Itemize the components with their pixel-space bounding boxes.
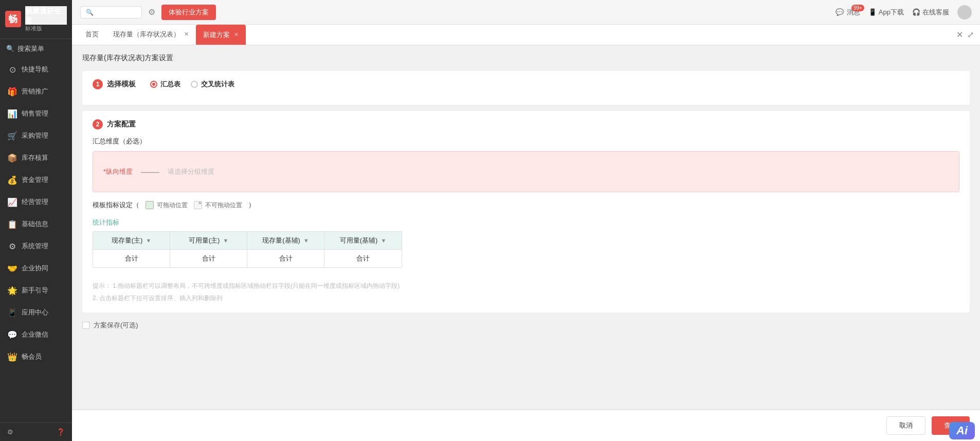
draggable-legend-box: [146, 201, 154, 209]
phone-icon: 📱: [868, 8, 877, 16]
sidebar-item-operations[interactable]: 📈 经营管理: [0, 191, 72, 213]
step2-title: 2 方案配置: [93, 119, 959, 130]
col-data-3: 合计: [324, 250, 402, 267]
chevron-down-icon-2: ▼: [303, 237, 309, 244]
purchase-icon: 🛒: [7, 131, 17, 141]
ai-badge[interactable]: Ai: [949, 422, 975, 439]
quick-nav-icon: ⊙: [7, 65, 17, 75]
message-button[interactable]: 💬 消息 99+: [836, 8, 860, 17]
chevron-down-icon-3: ▼: [380, 237, 386, 244]
legend-fixed: ✕ 不可拖动位置: [194, 201, 242, 210]
sidebar: 畅 畅康通好生意 标准版 🔍 搜索菜单 ⊙ 快捷导航 🎁 营销推广 📊 销售管理…: [0, 0, 72, 441]
sidebar-footer: ⚙ ❓: [0, 422, 72, 441]
hint-2: 2. 点击标题栏下拉可设置排序、插入列和删除列: [93, 292, 959, 304]
sidebar-item-finance[interactable]: 💰 资金管理: [0, 169, 72, 191]
save-row: 方案保存(可选): [82, 321, 970, 330]
page-title: 现存量(库存状况表)方案设置: [82, 53, 970, 63]
tabs-bar: 首页 现存量（库存状况表） ✕ 新建方案 ✕ ✕ ⤢: [72, 25, 980, 45]
topbar-search[interactable]: 🔍: [80, 6, 142, 19]
wechat-icon: 💬: [7, 330, 17, 340]
radio-summary[interactable]: 汇总表: [150, 80, 180, 89]
tab-new-plan-close-icon[interactable]: ✕: [234, 31, 239, 38]
dimension-placeholder: 请选择分组维度: [168, 167, 214, 176]
sidebar-item-wechat[interactable]: 💬 企业微信: [0, 324, 72, 346]
step1-section: 1 选择模板 汇总表 交叉统计表: [82, 71, 970, 105]
marketing-icon: 🎁: [7, 87, 17, 97]
sidebar-search[interactable]: 🔍 搜索菜单: [0, 39, 72, 59]
save-checkbox[interactable]: [82, 322, 89, 329]
sidebar-item-cooperation[interactable]: 🤝 企业协同: [0, 258, 72, 280]
inventory-icon: 📦: [7, 153, 17, 163]
sidebar-item-system[interactable]: ⚙ 系统管理: [0, 235, 72, 258]
col-header-2[interactable]: 现存量(基辅) ▼: [247, 232, 324, 249]
step2-section: 2 方案配置 汇总维度（必选） *纵向维度 —— 请选择分组维度 模板指标设定（…: [82, 111, 970, 313]
app-logo-text: 畅康通好生意 标准版: [25, 6, 67, 32]
main-area: 🔍 ⚙ 体验行业方案 💬 消息 99+ 📱 App下载 🎧 在线客服: [72, 0, 980, 441]
save-label: 方案保存(可选): [94, 321, 138, 330]
content-area: 现存量(库存状况表)方案设置 1 选择模板 汇总表 交叉统计表: [72, 45, 980, 410]
topbar: 🔍 ⚙ 体验行业方案 💬 消息 99+ 📱 App下载 🎧 在线客服: [72, 0, 980, 25]
cancel-button[interactable]: 取消: [886, 416, 925, 435]
online-service-button[interactable]: 🎧 在线客服: [912, 8, 949, 17]
sidebar-item-member[interactable]: 👑 畅会员: [0, 346, 72, 368]
sidebar-item-quick-nav[interactable]: ⊙ 快捷导航: [0, 59, 72, 81]
headset-icon: 🎧: [912, 8, 920, 16]
app-download-button[interactable]: 📱 App下载: [868, 8, 904, 17]
radio-cross[interactable]: 交叉统计表: [191, 80, 234, 89]
stats-data-row: 合计 合计 合计 合计: [93, 249, 402, 267]
tab-home[interactable]: 首页: [78, 25, 106, 45]
sidebar-item-app-center[interactable]: 📱 应用中心: [0, 302, 72, 324]
app-logo-icon: 畅: [5, 11, 21, 27]
sidebar-nav: ⊙ 快捷导航 🎁 营销推广 📊 销售管理 🛒 采购管理 📦 库存核算 💰 资金管…: [0, 59, 72, 422]
sidebar-item-purchase[interactable]: 🛒 采购管理: [0, 125, 72, 147]
app-center-icon: 📱: [7, 308, 17, 318]
col-data-1: 合计: [170, 250, 247, 267]
topbar-search-icon: 🔍: [86, 9, 94, 16]
base-info-icon: 📋: [7, 219, 17, 229]
hint-1: 提示： 1.拖动标题栏可以调整布局，不可跨维度或指标区域拖动栏目字段(只能在同一…: [93, 280, 959, 292]
col-header-3[interactable]: 可用量(基辅) ▼: [324, 232, 402, 249]
stats-title: 统计指标: [93, 218, 959, 227]
guide-icon: 🌟: [7, 286, 17, 296]
message-icon: 💬: [836, 8, 844, 16]
step1-badge: 1: [93, 79, 103, 89]
tab-new-plan[interactable]: 新建方案 ✕: [196, 25, 246, 45]
stats-table: 现存量(主) ▼ 可用量(主) ▼ 现存量(基辅) ▼ 可用量(基辅): [93, 231, 402, 268]
member-icon: 👑: [7, 352, 17, 362]
topbar-left: 🔍 ⚙ 体验行业方案: [80, 5, 216, 20]
sidebar-item-base-info[interactable]: 📋 基础信息: [0, 213, 72, 235]
trial-button[interactable]: 体验行业方案: [161, 5, 216, 20]
col-header-0[interactable]: 现存量(主) ▼: [93, 232, 170, 249]
col-data-2: 合计: [247, 250, 324, 267]
radio-summary-dot: [150, 81, 157, 88]
sidebar-item-marketing[interactable]: 🎁 营销推广: [0, 81, 72, 103]
cooperation-icon: 🤝: [7, 264, 17, 273]
topbar-gear-icon[interactable]: ⚙: [148, 7, 155, 17]
settings-icon[interactable]: ⚙: [7, 428, 13, 436]
help-icon[interactable]: ❓: [57, 428, 65, 436]
col-header-1[interactable]: 可用量(主) ▼: [170, 232, 247, 249]
user-avatar[interactable]: [957, 5, 972, 20]
finance-icon: 💰: [7, 175, 17, 185]
fixed-legend-box: ✕: [194, 201, 202, 209]
expand-icon[interactable]: ⤢: [967, 30, 974, 40]
stats-section: 统计指标 现存量(主) ▼ 可用量(主) ▼ 现存量(基辅): [93, 218, 959, 269]
sidebar-item-inventory[interactable]: 📦 库存核算: [0, 147, 72, 169]
dimension-area[interactable]: *纵向维度 —— 请选择分组维度: [93, 151, 959, 192]
tab-inventory-close-icon[interactable]: ✕: [184, 31, 189, 38]
operations-icon: 📈: [7, 197, 17, 207]
close-panel-icon[interactable]: ✕: [956, 30, 963, 40]
chevron-down-icon-0: ▼: [146, 237, 151, 244]
indicators-label: 模板指标设定（ 可拖动位置 ✕ 不可拖动位置 ）: [93, 200, 959, 210]
sidebar-item-guide[interactable]: 🌟 新手引导: [0, 280, 72, 302]
tab-inventory-status[interactable]: 现存量（库存状况表） ✕: [106, 25, 196, 45]
template-radio-group: 汇总表 交叉统计表: [150, 80, 234, 89]
col-data-0: 合计: [93, 250, 170, 267]
dimension-dash: ——: [141, 167, 159, 177]
sidebar-item-sales[interactable]: 📊 销售管理: [0, 103, 72, 125]
message-badge: 99+: [851, 5, 864, 11]
system-icon: ⚙: [7, 242, 17, 251]
dimension-label: 汇总维度（必选）: [93, 137, 959, 146]
search-icon: 🔍: [6, 45, 14, 52]
chevron-down-icon-1: ▼: [223, 237, 228, 244]
